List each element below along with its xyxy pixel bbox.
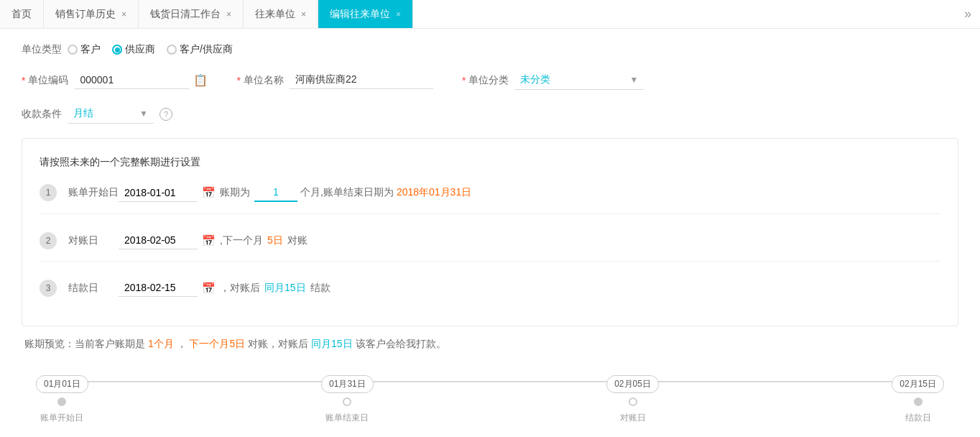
radio-customer[interactable]: 客户 (68, 43, 101, 56)
timeline-badge-2: 02月05日 (606, 375, 659, 393)
tabs-bar: 首页 销售订单历史 × 钱货日清工作台 × 往来单位 × 编辑往来单位 × » (0, 0, 980, 29)
timeline-label-1: 账单结束日 (325, 412, 369, 424)
start-date-input[interactable] (119, 184, 198, 202)
unit-code-input[interactable] (74, 71, 189, 89)
timeline-wrapper: 01月01日 账单开始日 01月31日 账单结束日 02月05日 对账日 02月… (22, 368, 958, 424)
unit-category-value: 未分类 (520, 73, 625, 86)
unit-type-row: 单位类型 客户 供应商 客户/供应商 (22, 43, 958, 56)
period-input[interactable] (254, 183, 297, 202)
timeline-dot-1 (343, 397, 351, 406)
setting-label-2: 对账日 (68, 234, 119, 247)
unit-category-field: * 单位分类 未分类 ▼ (462, 70, 644, 90)
preview-end: 该客户会给我打款。 (356, 338, 446, 349)
unit-code-icon[interactable]: 📋 (193, 73, 208, 87)
setting-row-3: 3 结款日 📅 ，对账后 同月15日 结款 (40, 279, 940, 308)
radio-customer-label: 客户 (80, 43, 101, 56)
payment-row: 收款条件 月结 ▼ ? (22, 104, 958, 124)
timeline-dot-3 (914, 397, 923, 406)
period-suffix-1: 个月,账单结束日期为 (300, 186, 394, 199)
tab-partner-label: 往来单位 (255, 8, 295, 21)
tab-edit-partner-label: 编辑往来单位 (330, 8, 390, 21)
tab-partner[interactable]: 往来单位 × (244, 0, 318, 28)
timeline-point-0: 01月01日 账单开始日 (36, 375, 88, 424)
tab-cash-work-label: 钱货日清工作台 (150, 8, 221, 21)
payment-date-calendar-icon[interactable]: 📅 (202, 282, 216, 295)
preview-mid1: ， (177, 338, 187, 349)
period-label-3: ，对账后 (220, 282, 260, 295)
tab-cash-work[interactable]: 钱货日清工作台 × (139, 0, 244, 28)
unit-category-select[interactable]: 未分类 ▼ (514, 70, 644, 90)
unit-category-arrow: ▼ (629, 75, 638, 85)
unit-type-radio-group: 客户 供应商 客户/供应商 (68, 43, 233, 56)
tab-home[interactable]: 首页 (0, 0, 44, 28)
radio-supplier[interactable]: 供应商 (112, 43, 155, 56)
page-content: 单位类型 客户 供应商 客户/供应商 * 单位编码 (0, 29, 980, 437)
start-date-calendar-icon[interactable]: 📅 (202, 186, 216, 199)
timeline-badge-0: 01月01日 (36, 375, 88, 393)
radio-supplier-label: 供应商 (125, 43, 155, 56)
unit-category-star: * (462, 75, 466, 86)
step-1: 1 (40, 184, 57, 201)
unit-name-label: 单位名称 (244, 74, 284, 87)
timeline-points: 01月01日 账单开始日 01月31日 账单结束日 02月05日 对账日 02月… (36, 375, 944, 424)
preview-label: 账期预览：当前客户账期是 (24, 338, 145, 349)
setting-label-1: 账单开始日 (68, 186, 119, 199)
timeline-point-1: 01月31日 账单结束日 (321, 375, 374, 424)
step-2: 2 (40, 232, 57, 249)
radio-supplier-circle (112, 45, 122, 55)
step-3: 3 (40, 280, 57, 297)
tab-home-label: 首页 (11, 8, 32, 21)
unit-info-row: * 单位编码 📋 * 单位名称 * 单位分类 未分类 ▼ (22, 70, 958, 90)
period-label-3b: 结款 (310, 282, 330, 295)
preview-mid2: 对账，对账后 (248, 338, 308, 349)
reconcile-day-highlight: 5日 (267, 234, 283, 247)
tab-sales-history-label: 销售订单历史 (55, 8, 116, 21)
settings-box: 请按照未来的一个完整帐期进行设置 1 账单开始日 📅 账期为 个月,账单结束日期… (22, 138, 958, 326)
tab-cash-work-close[interactable]: × (226, 9, 231, 19)
radio-both[interactable]: 客户/供应商 (167, 43, 233, 56)
timeline-badge-1: 01月31日 (321, 375, 374, 393)
reconcile-date-calendar-icon[interactable]: 📅 (202, 234, 216, 247)
payment-field: 收款条件 月结 ▼ ? (22, 104, 172, 124)
timeline-point-2: 02月05日 对账日 (606, 375, 659, 424)
setting-row-2: 2 对账日 📅 ,下一个月 5日 对账 (40, 231, 940, 262)
tab-more-button[interactable]: » (956, 6, 980, 22)
unit-name-input[interactable] (290, 71, 433, 89)
period-label-2: ,下一个月 (220, 234, 263, 247)
tab-sales-history[interactable]: 销售订单历史 × (44, 0, 139, 28)
period-label-1: 账期为 (220, 186, 250, 199)
payment-help-icon[interactable]: ? (160, 108, 172, 121)
timeline-dot-0 (57, 397, 66, 406)
unit-code-label: 单位编码 (28, 74, 68, 87)
payment-day-highlight: 同月15日 (264, 282, 306, 295)
preview-part2: 下一个月5日 (189, 338, 245, 349)
payment-value: 月结 (73, 107, 135, 120)
end-date-highlight: 2018年01月31日 (397, 186, 471, 199)
payment-select[interactable]: 月结 ▼ (68, 104, 154, 124)
unit-type-label: 单位类型 (22, 43, 62, 56)
timeline-badge-3: 02月15日 (892, 375, 944, 393)
setting-label-3: 结款日 (68, 282, 119, 295)
unit-code-field: * 单位编码 📋 (22, 71, 208, 89)
preview-part3: 同月15日 (311, 338, 353, 349)
payment-arrow: ▼ (139, 109, 148, 119)
timeline-label-0: 账单开始日 (40, 412, 83, 424)
payment-label: 收款条件 (22, 108, 62, 121)
tab-partner-close[interactable]: × (301, 9, 306, 19)
preview-text: 账期预览：当前客户账期是 1个月 ， 下一个月5日 对账，对账后 同月15日 该… (22, 338, 958, 351)
radio-both-circle (167, 45, 177, 55)
radio-both-label: 客户/供应商 (180, 43, 233, 56)
unit-name-field: * 单位名称 (236, 71, 433, 89)
preview-part1: 1个月 (148, 338, 174, 349)
unit-type-field: 单位类型 客户 供应商 客户/供应商 (22, 43, 233, 56)
radio-customer-circle (68, 45, 78, 55)
timeline-dot-2 (629, 397, 637, 406)
tab-sales-history-close[interactable]: × (121, 9, 126, 19)
timeline-label-3: 结款日 (905, 412, 931, 424)
period-label-2b: 对账 (287, 234, 308, 247)
unit-name-star: * (236, 75, 240, 86)
tab-edit-partner-close[interactable]: × (396, 9, 401, 19)
tab-edit-partner[interactable]: 编辑往来单位 × (318, 0, 413, 28)
payment-date-input[interactable] (119, 279, 198, 297)
reconcile-date-input[interactable] (119, 231, 198, 249)
